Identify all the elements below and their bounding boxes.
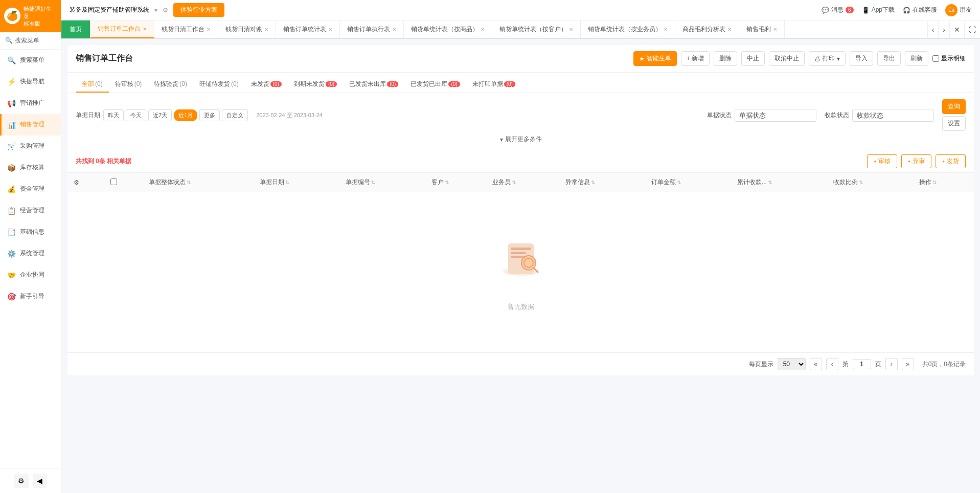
- page-input[interactable]: [853, 359, 871, 369]
- tab-sales-workbench[interactable]: 销售订单工作台✕: [90, 20, 154, 38]
- tab-close-all-button[interactable]: ✕: [949, 21, 964, 38]
- tab-sales-stats[interactable]: 销售订单统计表✕: [276, 20, 340, 38]
- select-all-checkbox[interactable]: [110, 178, 117, 185]
- tab-prev-button[interactable]: ‹: [927, 21, 939, 38]
- import-button[interactable]: 导入: [850, 51, 873, 66]
- sort-icon[interactable]: ⇅: [512, 180, 516, 185]
- tab-sales-by-staff[interactable]: 销货单统计表（按业务员）✕: [581, 20, 675, 38]
- tab-close-icon[interactable]: ✕: [727, 27, 732, 32]
- show-detail-checkbox-label[interactable]: 显示明细: [932, 54, 966, 63]
- sidebar-item-operations[interactable]: 📋经营管理: [0, 200, 61, 221]
- tab-cash-reconcile[interactable]: 钱货日清对账✕: [218, 20, 276, 38]
- sort-icon[interactable]: ⇅: [371, 180, 375, 185]
- industry-plan-button[interactable]: 体验行业方案: [173, 3, 224, 17]
- sidebar-item-guide[interactable]: 🎯新手引导: [0, 286, 61, 307]
- filter-tab-wangpu-pending[interactable]: 旺铺待发货(0): [193, 77, 245, 93]
- date-btn-今天[interactable]: 今天: [126, 109, 146, 121]
- filter-tab-overdue-not-shipped[interactable]: 到期未发货(0): [288, 77, 343, 93]
- sort-icon[interactable]: ⇅: [445, 180, 449, 185]
- tab-sales-by-customer[interactable]: 销货单统计表（按客户）✕: [492, 20, 581, 38]
- tab-sales-profit[interactable]: 销售毛利✕: [739, 20, 785, 38]
- per-page-select[interactable]: 102050100: [778, 358, 806, 370]
- sort-icon[interactable]: ⇅: [285, 180, 289, 185]
- sidebar-item-quick-nav[interactable]: ⚡快捷导航: [0, 71, 61, 93]
- tab-close-icon[interactable]: ✕: [481, 27, 485, 32]
- sidebar-item-base-info[interactable]: 📑基础信息: [0, 221, 61, 243]
- sidebar-item-search[interactable]: 🔍搜索菜单: [0, 50, 61, 71]
- sidebar-item-marketing[interactable]: 📢营销推广: [0, 93, 61, 114]
- sidebar-item-purchase[interactable]: 🛒采购管理: [0, 136, 61, 157]
- filter-tab-pending-inspect[interactable]: 待拣验货(0): [148, 77, 193, 93]
- print-button[interactable]: 🖨 打印 ▾: [809, 51, 846, 66]
- filter-tab-shipped-out[interactable]: 已发货已出库(0): [404, 77, 466, 93]
- sidebar-item-inventory[interactable]: 📦库存核算: [0, 157, 61, 178]
- prev-page-button[interactable]: ‹: [826, 358, 838, 370]
- sort-icon[interactable]: ⇅: [187, 180, 191, 185]
- sort-icon[interactable]: ⇅: [932, 180, 937, 185]
- expand-filters-button[interactable]: ▾ 展开更多条件: [76, 135, 966, 144]
- smart-create-button[interactable]: ★ 智能生单: [633, 51, 677, 66]
- date-btn-更多[interactable]: 更多: [199, 109, 220, 121]
- tab-close-icon[interactable]: ✕: [569, 27, 573, 32]
- sidebar-item-sales[interactable]: 📊销售管理: [0, 114, 61, 136]
- tab-close-icon[interactable]: ✕: [392, 27, 396, 32]
- dropdown-icon[interactable]: ▾: [154, 7, 157, 14]
- settings-button[interactable]: ⚙: [14, 474, 29, 488]
- sort-icon[interactable]: ⇅: [768, 180, 772, 185]
- unaudit-button[interactable]: 弃审: [901, 154, 931, 168]
- filter-settings-button[interactable]: 设置: [942, 116, 966, 131]
- page-actions: ★ 智能生单 + 新增 删除 中止 取消中止 🖨 打印 ▾ 导入 导出 刷新: [633, 51, 966, 66]
- search-button[interactable]: 查询: [942, 99, 966, 114]
- settings-col-icon[interactable]: ⚙: [74, 179, 79, 186]
- audit-button[interactable]: 审核: [867, 154, 897, 168]
- cancel-abort-button[interactable]: 取消中止: [769, 51, 805, 66]
- tab-product-profit[interactable]: 商品毛利分析表✕: [675, 20, 739, 38]
- first-page-button[interactable]: «: [810, 358, 822, 370]
- tab-close-icon[interactable]: ✕: [207, 27, 211, 32]
- delete-button[interactable]: 删除: [714, 51, 737, 66]
- sidebar-item-enterprise[interactable]: 🤝企业协同: [0, 264, 61, 286]
- next-page-button[interactable]: ›: [885, 358, 898, 370]
- tab-sales-exec[interactable]: 销售订单执行表✕: [340, 20, 404, 38]
- sort-icon[interactable]: ⇅: [859, 180, 863, 185]
- tab-close-icon[interactable]: ✕: [773, 27, 777, 32]
- sort-icon[interactable]: ⇅: [591, 180, 595, 185]
- tab-cashier[interactable]: 钱货日清工作台✕: [154, 20, 218, 38]
- tab-sales-by-product[interactable]: 销货单统计表（按商品）✕: [404, 20, 492, 38]
- last-page-button[interactable]: »: [902, 358, 914, 370]
- tab-close-icon[interactable]: ✕: [264, 27, 268, 32]
- export-button[interactable]: 导出: [877, 51, 901, 66]
- tab-close-icon[interactable]: ✕: [664, 27, 668, 32]
- date-btn-近7天[interactable]: 近7天: [148, 109, 172, 121]
- add-button[interactable]: + 新增: [681, 51, 710, 66]
- sidebar-search-item[interactable]: 🔍 搜索菜单: [0, 32, 61, 50]
- filter-tab-all[interactable]: 全部(0): [76, 77, 109, 93]
- date-btn-近1月[interactable]: 近1月: [174, 109, 197, 121]
- date-btn-自定义[interactable]: 自定义: [222, 109, 248, 121]
- tab-fullscreen-button[interactable]: ⛶: [964, 21, 980, 38]
- app-download-button[interactable]: 📱 App下载: [862, 6, 895, 14]
- refresh-button[interactable]: 刷新: [905, 51, 928, 66]
- sort-icon[interactable]: ⇅: [677, 180, 681, 185]
- filter-tab-not-printed[interactable]: 未打印单据(0): [466, 77, 521, 93]
- message-button[interactable]: 💬 消息 6: [822, 6, 854, 14]
- filter-tab-shipped-not-out[interactable]: 已发货未出库(0): [343, 77, 404, 93]
- ship-button[interactable]: 发货: [936, 154, 966, 168]
- settings-icon[interactable]: ⚙: [163, 7, 168, 14]
- filter-tab-not-shipped[interactable]: 未发货(0): [245, 77, 288, 93]
- collapse-button[interactable]: ◀: [33, 474, 47, 488]
- tab-home[interactable]: 首页: [61, 20, 90, 38]
- sidebar-item-system[interactable]: ⚙️系统管理: [0, 243, 61, 264]
- status-select[interactable]: 单据状态: [735, 109, 816, 122]
- abort-button[interactable]: 中止: [741, 51, 765, 66]
- sidebar-item-finance[interactable]: 💰资金管理: [0, 178, 61, 200]
- filter-tab-pending-review[interactable]: 待审核(0): [109, 77, 148, 93]
- tab-next-button[interactable]: ›: [938, 21, 949, 38]
- payment-select[interactable]: 收款状态: [852, 109, 934, 122]
- user-menu[interactable]: Ea 用友: [945, 4, 972, 16]
- tab-close-icon[interactable]: ✕: [143, 26, 147, 32]
- online-service-button[interactable]: 🎧 在线客服: [903, 6, 937, 14]
- tab-close-icon[interactable]: ✕: [328, 27, 332, 32]
- date-btn-昨天[interactable]: 昨天: [103, 109, 124, 121]
- show-detail-checkbox[interactable]: [932, 55, 939, 62]
